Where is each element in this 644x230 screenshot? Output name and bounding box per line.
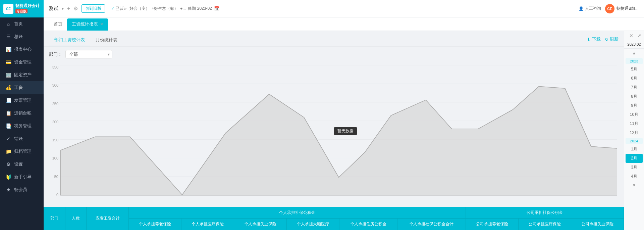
reports-icon: 📊 [5,47,11,52]
home-icon: ⌂ [5,21,11,27]
table-header-row1: 部门 人数 应发工资合计 个人承担社保公积金 公司承担社保公积金 [44,207,624,219]
th-company-pension: 公司承担养老保险 [466,219,518,230]
checkout-icon: ✓ [5,136,11,141]
status-more: +... [180,6,186,11]
sidebar-item-label: 税务管理 [14,123,32,129]
month-item-11[interactable]: 11月 [624,119,644,128]
calendar-icon[interactable]: 📅 [214,6,219,11]
month-item-5[interactable]: 5月 [624,65,644,74]
topbar-settings-btn[interactable]: ⚙ [73,5,78,12]
sidebar-item-home[interactable]: ⌂ 首页 [0,17,44,30]
data-table: 部门 人数 应发工资合计 个人承担社保公积金 公司承担社保公积金 个人承担养老保… [44,207,624,230]
invoice-icon: 🧾 [5,98,11,103]
sidebar-item-label: 报表中心 [14,46,32,52]
switch-to-old-btn[interactable]: 切到旧版 [82,4,105,13]
topbar-dropdown-arrow[interactable]: ▾ [62,6,64,11]
month-item-12[interactable]: 12月 [624,128,644,137]
sidebar-item-invoice[interactable]: 🧾 发票管理 [0,94,44,107]
refresh-btn[interactable]: ↻ 刷新 [605,36,619,42]
th-personal-large-medical: 个人承担大额医疗 [287,219,339,230]
sidebar-item-label: 畅会员 [14,187,27,193]
dept-label: 部门： [49,51,62,57]
avatar: CE [605,4,614,13]
sidebar-item-label: 总账 [14,34,23,40]
content-and-panel: 部门工资统计表 月份统计表 ⬇ 下载 ↻ 刷新 [44,31,644,230]
status-certified: ✓已认证 [111,6,127,11]
archive-icon: 📁 [5,149,11,154]
user-info[interactable]: CE 畅捷通B组... [605,4,639,13]
sidebar-item-tax[interactable]: 📑 税务管理 [0,120,44,132]
right-date-panel: ✕ ⤢ 2023.02 ▲ 2023 5月 6月 7月 8月 9月 10月 11… [624,31,644,230]
sidebar-item-ledger[interactable]: ☰ 总账 [0,30,44,43]
topbar-add-btn[interactable]: + [67,6,70,12]
subtab-dept[interactable]: 部门工资统计表 [49,34,90,46]
sidebar-item-checkout[interactable]: ✓ 结账 [0,132,44,145]
year-2023-label: 2023 [626,58,643,64]
sidebar-item-label: 首页 [14,21,23,27]
dept-select-wrapper[interactable]: 全部 销售部 技术部 财务部 人事部 [65,50,112,58]
chart-area: 350 300 250 200 150 100 50 0 [44,62,624,207]
subtab-bar: 部门工资统计表 月份统计表 ⬇ 下载 ↻ 刷新 [44,31,624,47]
subtab-monthly[interactable]: 月份统计表 [90,34,123,46]
member-icon: ★ [5,187,11,192]
salary-icon: 💰 [5,85,11,90]
sidebar-item-guide[interactable]: 🔰 新手引导 [0,171,44,183]
tab-salary-report[interactable]: 工资统计报表 ✕ [67,18,108,31]
sidebar-item-funds[interactable]: 💳 资金管理 [0,56,44,68]
help-icon: 👤 [579,6,584,11]
sidebar-item-reports[interactable]: 📊 报表中心 [0,43,44,56]
month-item-2024-4[interactable]: 4月 [624,172,644,181]
toolbar: 部门： 全部 销售部 技术部 财务部 人事部 [44,47,624,62]
month-item-2024-1[interactable]: 1月 [624,145,644,154]
th-personal-total: 个人承担社保公积金合计 [397,219,466,230]
year-nav-down[interactable]: ▼ [624,181,644,190]
year-nav-up[interactable]: ▲ [624,49,644,57]
sidebar-item-archive[interactable]: 📁 归档管理 [0,145,44,158]
guide-icon: 🔰 [5,174,11,180]
settings-icon: ⚙ [5,162,11,167]
panel-expand-btn[interactable]: ⤢ [636,32,643,39]
sidebar-item-label: 归档管理 [14,148,32,154]
month-item-7[interactable]: 7月 [624,83,644,92]
ledger-icon: ☰ [5,34,11,39]
panel-close-btn[interactable]: ✕ [628,32,635,39]
th-company-medical: 公司承担医疗保险 [518,219,571,230]
topbar: 测试 ▾ + ⚙ 切到旧版 ✓已认证 好会（专） +好生意（标） +... 账期… [44,0,644,17]
sidebar-item-member[interactable]: ★ 畅会员 [0,183,44,196]
month-item-9[interactable]: 9月 [624,101,644,110]
month-item-2024-2[interactable]: 2月 [626,154,643,163]
month-item-6[interactable]: 6月 [624,74,644,83]
tax-icon: 📑 [5,123,11,129]
sales-icon: 📋 [5,110,11,116]
status-good-account: 好会（专） [129,6,150,11]
tab-close-btn[interactable]: ✕ [100,22,103,27]
table-area: 部门 人数 应发工资合计 个人承担社保公积金 公司承担社保公积金 个人承担养老保… [44,207,624,230]
sidebar-item-sales[interactable]: 📋 进销台账 [0,107,44,120]
month-item-8[interactable]: 8月 [624,92,644,101]
year-down-btn[interactable]: ▼ [631,182,638,188]
help-btn[interactable]: 👤 人工咨询 [579,6,601,11]
tab-home[interactable]: 首页 [49,18,67,31]
tabbar: 首页 工资统计报表 ✕ [44,17,644,31]
month-item-10[interactable]: 10月 [624,110,644,119]
sidebar-item-settings[interactable]: ⚙ 设置 [0,158,44,171]
download-btn[interactable]: ⬇ 下载 [587,36,601,42]
tab-salary-report-label: 工资统计报表 [72,21,98,27]
year-up-btn[interactable]: ▲ [631,50,638,56]
th-total-salary: 应发工资合计 [87,207,129,230]
sidebar-item-label: 固定资产 [14,72,32,78]
content-main: 部门工资统计表 月份统计表 ⬇ 下载 ↻ 刷新 [44,31,624,230]
download-icon: ⬇ [587,37,591,42]
month-item-2024-3[interactable]: 3月 [624,163,644,172]
th-count: 人数 [65,207,87,230]
dept-select[interactable]: 全部 销售部 技术部 财务部 人事部 [65,50,112,58]
logo-icon: CE [3,4,13,14]
sidebar-item-assets[interactable]: 🏢 固定资产 [0,68,44,81]
sidebar-item-label: 设置 [14,161,23,167]
sidebar-item-salary[interactable]: 💰 工资 [0,81,44,94]
th-company-unemployment: 公司承担失业保险 [571,219,624,230]
th-personal-pension: 个人承担养老保险 [129,219,181,230]
th-personal-insurance: 个人承担社保公积金 [129,207,466,219]
th-dept: 部门 [44,207,65,230]
year-2024-label: 2024 [626,138,643,144]
